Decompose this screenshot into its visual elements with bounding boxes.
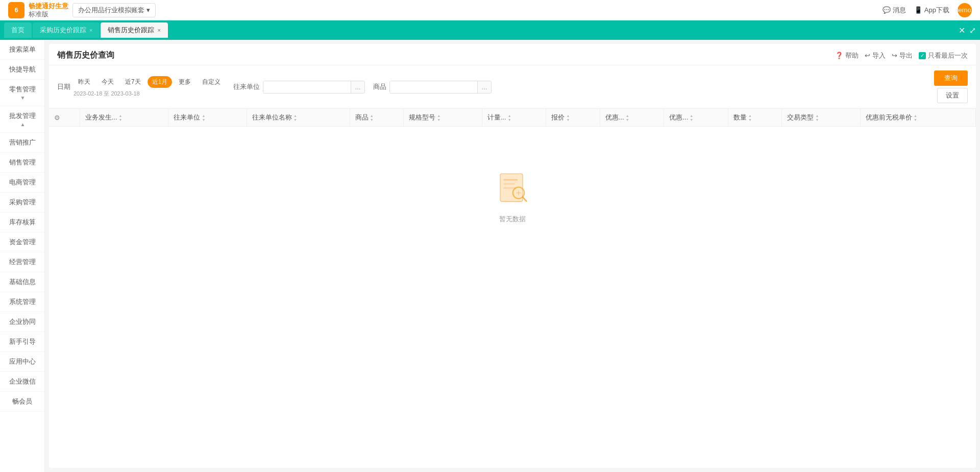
gear-icon[interactable]: ⚙ xyxy=(54,114,60,122)
col-unit[interactable]: 计量... ▲▼ xyxy=(482,109,546,127)
data-table: ⚙ 业务发生... ▲ ▼ xyxy=(49,109,976,127)
user-profile[interactable]: demo2 xyxy=(958,3,972,17)
filter-row: 日期 昨天 今天 近7天 近1月 更多 自定义 2023-02-18 至 202… xyxy=(49,65,976,109)
sidebar-label: 资金管理 xyxy=(9,238,36,247)
sidebar-item-app-center[interactable]: 应用中心 xyxy=(0,352,44,372)
page-title: 销售历史价查询 xyxy=(57,50,114,61)
tab-sales-history[interactable]: 销售历史价跟踪 × xyxy=(101,22,167,38)
col-quote[interactable]: 报价 ▲▼ xyxy=(546,109,600,127)
sidebar-item-marketing[interactable]: 营销推广 xyxy=(0,133,44,153)
date-range-display: 2023-02-18 至 2023-03-18 xyxy=(74,90,225,98)
sidebar-item-quick-nav[interactable]: 快捷导航 xyxy=(0,60,44,80)
sidebar-label: 畅会员 xyxy=(12,397,32,406)
sidebar-item-member[interactable]: 畅会员 xyxy=(0,392,44,412)
sidebar-label: 经营管理 xyxy=(9,257,36,267)
sidebar-label: 库存核算 xyxy=(9,218,36,227)
product-filter-group: 商品 ... xyxy=(373,81,492,93)
date-btn-7days[interactable]: 近7天 xyxy=(120,76,145,88)
sidebar-item-finance[interactable]: 资金管理 xyxy=(0,232,44,252)
col-biz-date[interactable]: 业务发生... ▲ ▼ xyxy=(80,109,168,127)
sidebar-item-ecom[interactable]: 电商管理 xyxy=(0,173,44,193)
table-container: ⚙ 业务发生... ▲ ▼ xyxy=(49,109,976,468)
sidebar-item-purchase[interactable]: 采购管理 xyxy=(0,193,44,213)
sidebar-label: 搜索菜单 xyxy=(9,45,36,54)
date-btn-yesterday[interactable]: 昨天 xyxy=(74,76,95,88)
chevron-down-icon: ▾ xyxy=(146,6,150,14)
date-btn-1month[interactable]: 近1月 xyxy=(148,76,173,88)
sidebar-item-basic-info[interactable]: 基础信息 xyxy=(0,272,44,292)
product-input-group: ... xyxy=(389,81,492,93)
tab-bar-actions: ✕ ⤢ xyxy=(959,26,976,35)
query-button[interactable]: 查询 xyxy=(934,70,968,86)
sidebar-item-newbie[interactable]: 新手引导 xyxy=(0,332,44,352)
account-selector[interactable]: 办公用品行业模拟账套 ▾ xyxy=(72,3,156,17)
app-download-btn[interactable]: 📱 App下载 xyxy=(914,6,949,15)
page-actions: ❓ 帮助 ↩ 导入 ↪ 导出 ✓ 只看最后一次 xyxy=(835,51,968,60)
message-btn[interactable]: 💬 消息 xyxy=(883,6,906,15)
close-tab-sales[interactable]: × xyxy=(157,27,160,33)
col-partner-name[interactable]: 往来单位名称 ▲▼ xyxy=(247,109,350,127)
date-btn-custom[interactable]: 自定义 xyxy=(198,76,225,88)
col-trade-type[interactable]: 交易类型 ▲▼ xyxy=(782,109,861,127)
col-gear[interactable]: ⚙ xyxy=(49,109,80,127)
col-partner-code[interactable]: 往来单位 ▲▼ xyxy=(168,109,247,127)
sidebar-item-wholesale[interactable]: 批发管理 ▲ xyxy=(0,106,44,133)
partner-input-group: ... xyxy=(263,81,365,93)
import-btn[interactable]: ↩ 导入 xyxy=(865,51,886,60)
tab-home[interactable]: 首页 xyxy=(4,22,32,38)
sort-arrows: ▲ ▼ xyxy=(119,114,122,122)
empty-state: 暂无数据 xyxy=(49,127,976,265)
only-last-checkbox[interactable]: ✓ xyxy=(919,52,926,59)
download-icon: 📱 xyxy=(914,6,922,14)
sidebar-item-ops[interactable]: 经营管理 xyxy=(0,252,44,272)
import-icon: ↩ xyxy=(865,52,870,59)
date-btn-today[interactable]: 今天 xyxy=(97,76,118,88)
product-picker-btn[interactable]: ... xyxy=(477,81,492,93)
filter-right-actions: 查询 设置 xyxy=(934,70,968,103)
date-label: 日期 xyxy=(57,82,70,91)
product-input[interactable] xyxy=(390,81,477,92)
app-title: 畅捷通好生意 标准版 xyxy=(29,2,68,18)
col-pre-tax-price[interactable]: 优惠前无税单价 ▲▼ xyxy=(861,109,976,127)
content-area: 销售历史价查询 ❓ 帮助 ↩ 导入 ↪ 导出 ✓ xyxy=(45,40,980,472)
sidebar-item-enterprise-wechat[interactable]: 企业微信 xyxy=(0,372,44,392)
chevron-up-icon: ▲ xyxy=(20,122,26,127)
partner-picker-btn[interactable]: ... xyxy=(351,81,365,93)
col-discount1[interactable]: 优惠... ▲▼ xyxy=(600,109,664,127)
date-filter-col: 昨天 今天 近7天 近1月 更多 自定义 2023-02-18 至 2023-0… xyxy=(74,76,225,98)
sidebar-item-retail[interactable]: 零售管理 ▼ xyxy=(0,80,44,106)
sidebar-label: 系统管理 xyxy=(9,297,36,306)
product-label: 商品 xyxy=(373,82,386,91)
only-last-checkbox-group[interactable]: ✓ 只看最后一次 xyxy=(919,51,968,60)
export-btn[interactable]: ↪ 导出 xyxy=(892,51,913,60)
sidebar: 搜索菜单 快捷导航 零售管理 ▼ 批发管理 ▲ 营销推广 销售管理 电商管理 采… xyxy=(0,40,45,472)
sidebar-label: 企业协同 xyxy=(9,317,36,326)
sidebar-label: 营销推广 xyxy=(9,138,36,147)
col-qty[interactable]: 数量 ▲▼ xyxy=(728,109,781,127)
sidebar-item-system[interactable]: 系统管理 xyxy=(0,292,44,312)
main-layout: 搜索菜单 快捷导航 零售管理 ▼ 批发管理 ▲ 营销推广 销售管理 电商管理 采… xyxy=(0,40,980,472)
sidebar-item-sales[interactable]: 销售管理 xyxy=(0,153,44,173)
message-icon: 💬 xyxy=(883,6,891,14)
col-product[interactable]: 商品 ▲▼ xyxy=(350,109,403,127)
partner-label: 往来单位 xyxy=(233,82,260,91)
sidebar-label: 新手引导 xyxy=(9,337,36,346)
help-btn[interactable]: ❓ 帮助 xyxy=(835,51,859,60)
fullscreen-btn[interactable]: ⤢ xyxy=(969,26,976,35)
close-window-btn[interactable]: ✕ xyxy=(959,26,965,35)
close-tab-purchase[interactable]: × xyxy=(89,27,92,33)
settings-button[interactable]: 设置 xyxy=(937,88,968,103)
partner-input[interactable] xyxy=(263,81,350,92)
tab-purchase-history[interactable]: 采购历史价跟踪 × xyxy=(33,22,100,38)
page-header: 销售历史价查询 ❓ 帮助 ↩ 导入 ↪ 导出 ✓ xyxy=(49,44,976,65)
sidebar-item-enterprise-collab[interactable]: 企业协同 xyxy=(0,312,44,332)
sidebar-label: 销售管理 xyxy=(9,158,36,167)
sidebar-item-inventory[interactable]: 库存核算 xyxy=(0,213,44,232)
date-btn-more[interactable]: 更多 xyxy=(174,76,195,88)
col-spec[interactable]: 规格型号 ▲▼ xyxy=(404,109,482,127)
help-icon: ❓ xyxy=(835,52,843,59)
col-discount2[interactable]: 优惠... ▲▼ xyxy=(664,109,728,127)
sort-asc-icon: ▲ xyxy=(119,114,122,117)
top-bar-left: 6 畅捷通好生意 标准版 办公用品行业模拟账套 ▾ xyxy=(8,2,156,18)
sidebar-item-search-menu[interactable]: 搜索菜单 xyxy=(0,40,44,60)
